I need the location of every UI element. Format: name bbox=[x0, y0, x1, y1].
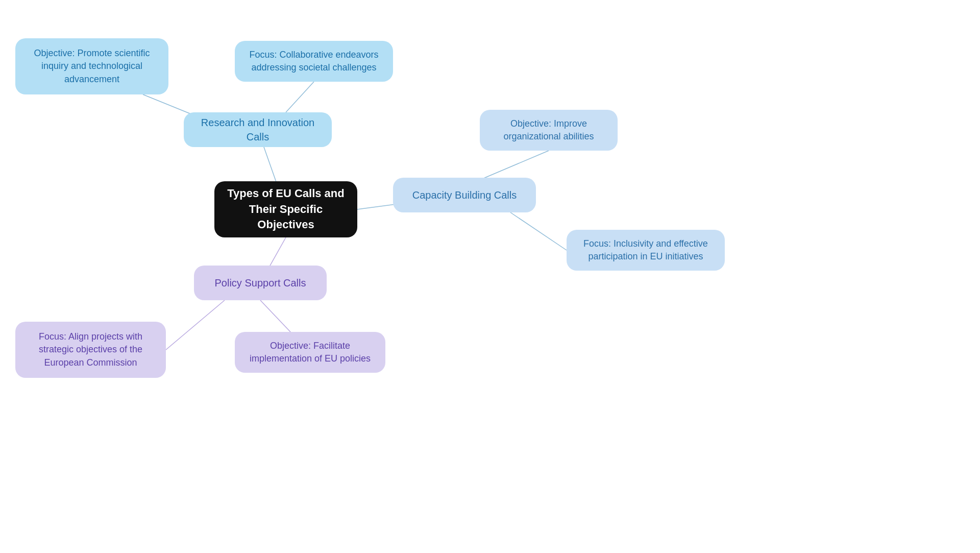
policy-label: Policy Support Calls bbox=[215, 276, 306, 290]
improve-label: Objective: Improve organizational abilit… bbox=[490, 117, 607, 143]
center-node: Research and Innovation Calls Types of E… bbox=[214, 181, 357, 237]
align-node: Focus: Align projects with strategic obj… bbox=[15, 322, 166, 378]
policy-node: Policy Support Calls bbox=[194, 266, 327, 300]
collaborative-label: Focus: Collaborative endeavors addressin… bbox=[245, 49, 383, 74]
svg-line-7 bbox=[166, 300, 225, 350]
inclusivity-node: Focus: Inclusivity and effective partici… bbox=[567, 230, 725, 271]
facilitate-node: Objective: Facilitate implementation of … bbox=[235, 332, 385, 373]
diagram-container: Research and Innovation Calls Types of E… bbox=[0, 0, 980, 553]
improve-node: Objective: Improve organizational abilit… bbox=[480, 110, 618, 151]
facilitate-label: Objective: Facilitate implementation of … bbox=[245, 340, 375, 365]
research-label: Research and Innovation Calls bbox=[194, 115, 322, 144]
center-text: Types of EU Calls and Their Specific Obj… bbox=[225, 186, 347, 233]
inclusivity-label: Focus: Inclusivity and effective partici… bbox=[577, 237, 715, 263]
promote-label: Objective: Promote scientific inquiry an… bbox=[26, 47, 158, 86]
svg-line-5 bbox=[510, 212, 567, 250]
svg-line-2 bbox=[286, 82, 314, 112]
capacity-node: Capacity Building Calls bbox=[393, 178, 536, 212]
promote-node: Objective: Promote scientific inquiry an… bbox=[15, 38, 168, 94]
research-innovation-node: Research and Innovation Calls bbox=[184, 112, 332, 147]
capacity-label: Capacity Building Calls bbox=[412, 188, 517, 202]
align-label: Focus: Align projects with strategic obj… bbox=[26, 330, 156, 369]
collaborative-node: Focus: Collaborative endeavors addressin… bbox=[235, 41, 393, 82]
